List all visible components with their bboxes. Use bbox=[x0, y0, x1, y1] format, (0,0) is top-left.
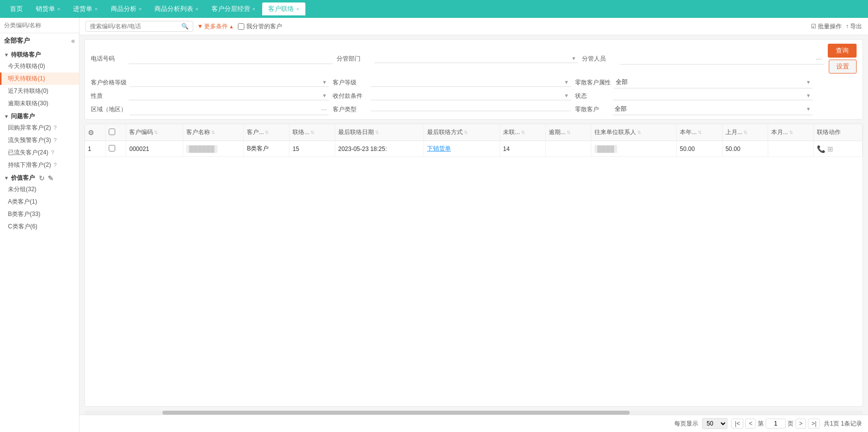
nav-home[interactable]: 首页 bbox=[4, 2, 29, 15]
query-button[interactable]: 查询 bbox=[828, 44, 857, 58]
phone-input[interactable] bbox=[129, 54, 333, 64]
next-page-btn[interactable]: > bbox=[796, 419, 806, 429]
cell-code: 000021 bbox=[126, 141, 183, 157]
filter-retail-customer: 零散客户 全部 ▼ bbox=[575, 103, 813, 115]
close-purchase-order-icon[interactable]: × bbox=[94, 6, 97, 12]
phone-label: 电话号码 bbox=[91, 55, 126, 63]
sidebar-search-input[interactable] bbox=[4, 22, 78, 29]
sort-icon-9: ⇅ bbox=[637, 130, 641, 135]
phone-action-icon[interactable]: 📞 bbox=[817, 145, 825, 153]
export-btn[interactable]: ↑ 导出 bbox=[846, 22, 862, 31]
retail-customer-select[interactable]: 全部 ▼ bbox=[613, 103, 813, 115]
filter-customer-type: 客户类型 bbox=[333, 105, 571, 114]
nav-customer-tiering[interactable]: 客户分层经营 × bbox=[206, 2, 261, 15]
cell-action: 📞 ⊞ bbox=[813, 141, 862, 157]
customer-type-select[interactable] bbox=[370, 108, 571, 111]
row-checkbox[interactable] bbox=[109, 145, 115, 151]
customer-level-label: 客户等级 bbox=[333, 78, 367, 87]
settings-button[interactable]: 设置 bbox=[829, 60, 857, 73]
status-select[interactable]: ▼ bbox=[613, 91, 813, 100]
sidebar-item-class-b[interactable]: B类客户(33) bbox=[0, 208, 79, 220]
nav-purchase-order[interactable]: 进货单 × bbox=[67, 2, 103, 15]
search-input[interactable] bbox=[90, 23, 179, 30]
search-icon[interactable]: 🔍 bbox=[181, 23, 189, 30]
nav-product-analysis-list[interactable]: 商品分析列表 × bbox=[148, 2, 204, 15]
grid-action-icon[interactable]: ⊞ bbox=[827, 145, 833, 153]
last-contact-method-link[interactable]: 下销货单 bbox=[427, 145, 451, 152]
chevron-down-icon-3: ▼ bbox=[564, 79, 569, 85]
close-customer-tiering-icon[interactable]: × bbox=[252, 6, 255, 12]
chevron-down-icon: ▼ bbox=[571, 56, 576, 61]
my-customers-checkbox-wrap[interactable]: 我分管的客户 bbox=[238, 22, 282, 31]
sidebar-item-overdue-pending[interactable]: 逾期未联络(30) bbox=[0, 97, 79, 110]
filter-dept: 分管部门 ▼ bbox=[337, 54, 579, 63]
sidebar-item-tomorrow-pending[interactable]: 明天待联络(1) bbox=[0, 72, 79, 85]
triangle-icon-2: ▼ bbox=[4, 114, 9, 119]
retail-attr-select[interactable]: 全部 ▼ bbox=[614, 76, 813, 88]
sidebar-item-class-a[interactable]: A类客户(1) bbox=[0, 196, 79, 208]
customer-price-label: 客户价格等级 bbox=[91, 78, 127, 87]
batch-op-btn[interactable]: ☑ 批量操作 bbox=[811, 22, 842, 31]
customer-level-select[interactable]: ▼ bbox=[370, 78, 571, 87]
edit-icon[interactable]: ✎ bbox=[48, 174, 54, 182]
sidebar-item-class-c[interactable]: C类客户(6) bbox=[0, 220, 79, 233]
page-input[interactable] bbox=[766, 419, 786, 429]
per-page-select[interactable]: 50 100 200 bbox=[702, 418, 727, 429]
sort-icon-1: ⇅ bbox=[154, 130, 158, 135]
filter-actions: 查询 设置 bbox=[828, 44, 857, 73]
sidebar-item-7days-pending[interactable]: 近7天待联络(0) bbox=[0, 85, 79, 97]
manager-select[interactable]: ··· bbox=[620, 53, 824, 65]
cell-customer-type: B类客户 bbox=[244, 141, 289, 157]
sort-icon-7: ⇅ bbox=[521, 130, 525, 135]
region-select[interactable]: ··· bbox=[130, 104, 329, 115]
sidebar-item-ungrouped[interactable]: 未分组(32) bbox=[0, 183, 79, 196]
group-value-customers: ▼ 价值客户 ↻ ✎ bbox=[0, 171, 79, 183]
region-ellipsis-icon[interactable]: ··· bbox=[321, 105, 327, 113]
first-page-btn[interactable]: |< bbox=[731, 419, 743, 429]
sidebar-item-churned[interactable]: 已流失客户(24) ? bbox=[0, 146, 79, 159]
sort-icon-11: ⇅ bbox=[743, 130, 747, 135]
select-all-checkbox[interactable] bbox=[109, 129, 115, 135]
refresh-icon[interactable]: ↻ bbox=[39, 174, 45, 182]
col-this-month: 本月... ⇅ bbox=[768, 124, 813, 141]
manager-ellipsis-icon[interactable]: ··· bbox=[816, 55, 822, 63]
region-label: 区域（地区） bbox=[91, 105, 127, 114]
dept-select[interactable]: ▼ bbox=[374, 54, 579, 63]
nav-product-analysis[interactable]: 商品分析 × bbox=[105, 2, 147, 15]
nav-customer-contact[interactable]: 客户联络 × bbox=[262, 2, 305, 15]
filter-phone: 电话号码 bbox=[91, 54, 333, 64]
all-customers-header[interactable]: 全部客户 « bbox=[0, 33, 79, 48]
filter-retail-attr: 零散客户属性 全部 ▼ bbox=[575, 76, 813, 88]
my-customers-checkbox[interactable] bbox=[238, 23, 244, 30]
scrollbar-thumb[interactable] bbox=[162, 411, 630, 415]
prev-page-btn[interactable]: < bbox=[745, 419, 756, 429]
main-layout: 🔍 全部客户 « ▼ 待联络客户 今天待联络(0) 明天待联络(1) 近7天待联… bbox=[0, 18, 868, 432]
close-sales-order-icon[interactable]: × bbox=[57, 6, 60, 12]
more-conditions-btn[interactable]: ▼ 更多条件 ▲ bbox=[197, 22, 234, 31]
sidebar-item-declining[interactable]: 持续下滑客户(2) ? bbox=[0, 159, 79, 171]
close-product-analysis-icon[interactable]: × bbox=[139, 6, 142, 12]
close-product-analysis-list-icon[interactable]: × bbox=[195, 6, 198, 12]
status-label: 状态 bbox=[575, 92, 610, 100]
col-last-contact-method: 最后联络方式 ⇅ bbox=[424, 124, 500, 141]
close-customer-contact-icon[interactable]: × bbox=[296, 6, 299, 12]
cell-contact-person: ████ bbox=[591, 141, 676, 157]
collapse-sidebar-icon[interactable]: « bbox=[71, 37, 75, 45]
nature-select[interactable]: ▼ bbox=[129, 91, 329, 100]
horizontal-scrollbar[interactable] bbox=[84, 411, 863, 415]
sidebar-item-repurchase-abnormal[interactable]: 回购异常客户(2) ? bbox=[0, 122, 79, 134]
nature-label: 性质 bbox=[91, 92, 126, 100]
sort-icon-2: ⇅ bbox=[211, 130, 215, 135]
payment-select[interactable]: ▼ bbox=[370, 91, 571, 100]
sidebar-item-today-pending[interactable]: 今天待联络(0) bbox=[0, 60, 79, 72]
cell-this-month bbox=[768, 141, 813, 157]
help-icon-4: ? bbox=[54, 162, 57, 168]
cell-last-contact-method: 下销货单 bbox=[424, 141, 500, 157]
nav-sales-order[interactable]: 销货单 × bbox=[30, 2, 66, 15]
last-page-btn[interactable]: >| bbox=[808, 419, 820, 429]
filter-customer-level: 客户等级 ▼ bbox=[333, 78, 571, 87]
customer-price-select[interactable]: ▼ bbox=[130, 78, 329, 87]
gear-icon[interactable]: ⚙ bbox=[88, 129, 94, 137]
col-customer-code: 客户编码 ⇅ bbox=[126, 124, 183, 141]
sidebar-item-churn-warning[interactable]: 流失预警客户(3) ? bbox=[0, 134, 79, 146]
